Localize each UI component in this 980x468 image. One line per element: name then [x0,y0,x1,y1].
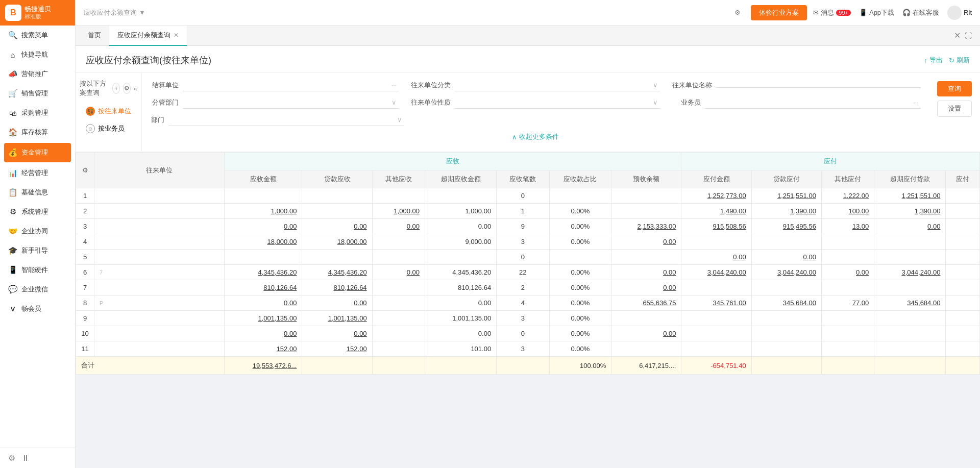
sidebar-item-operations[interactable]: 📊 经营管理 [0,163,75,183]
tab-close-icon[interactable]: ✕ [174,32,179,39]
total-recv-count [497,357,549,375]
export-button[interactable]: ↑ 导出 [924,56,943,65]
sidebar-item-marketing[interactable]: 📣 营销推广 [0,64,75,84]
filter-item-partner-name: 往来单位名称 [672,81,921,90]
sidebar-item-wechat[interactable]: 💬 企业微信 [0,280,75,299]
page-inner: 应收应付余额查询(按往来单位) ↑ 导出 ↻ 刷新 按 [76,46,980,375]
sidebar-item-inventory[interactable]: 🏠 库存核算 [0,122,75,142]
member-icon: V [8,305,17,313]
collapse-more-button[interactable]: ∧ 收起更多条件 [150,128,921,145]
message-icon: ✉ [813,9,819,16]
chevron-up-icon: ∧ [512,133,517,141]
table-settings-icon[interactable]: ⚙ [82,166,88,174]
sidebar-item-quick[interactable]: ⌂ 快捷导航 [0,45,75,64]
col-recv-count: 应收笔数 [497,170,549,188]
filter-item-dept: 分管部门 ∨ [150,96,399,109]
table-row: 10 0.00 0.00 0.00 0 0.00% 0.00 [76,326,980,341]
inventory-icon: 🏠 [8,128,17,137]
sidebar-item-search[interactable]: 🔍 搜索菜单 [0,26,75,45]
tab-window-close-icon[interactable]: ✕ [954,31,961,40]
collapse-bottom-icon[interactable]: ⏸ [21,454,30,463]
sidebar-bottom: ⚙ ⏸ [0,448,75,468]
department-select[interactable]: ∨ [168,114,404,126]
online-service-button[interactable]: 🎧 在线客服 [902,8,939,17]
sidebar-item-basic[interactable]: 📋 基础信息 [0,183,75,202]
export-icon: ↑ [924,57,928,64]
sidebar-item-capital[interactable]: 💰 资金管理 [4,143,71,162]
partner-name-input[interactable] [716,83,921,88]
sidebar-item-guide[interactable]: 🎓 新手引导 [0,241,75,260]
tab-home[interactable]: 首页 [80,26,109,46]
row-partner [94,204,225,219]
dropdown-icon[interactable]: ▼ [139,9,145,16]
guide-icon: 🎓 [8,246,17,255]
partner-nature-select[interactable]: ∨ [455,96,659,109]
table-row: 9 1,001,135.00 1,001,135.00 1,001,135.00… [76,311,980,326]
table-row: 5 0 0.00 0.00 [76,250,980,265]
table-row: 4 18,000.00 18,000.00 9,000.00 3 0.00% 0… [76,234,980,250]
col-recv-amt: 应收金额 [224,170,302,188]
sidebar-item-smart[interactable]: 📱 智能硬件 [0,260,75,280]
sidebar-item-purchase[interactable]: 🛍 采购管理 [0,103,75,122]
partner-category-select[interactable]: ∨ [455,79,659,91]
total-recv-other [372,357,425,375]
settings-bottom-icon[interactable]: ⚙ [8,453,15,463]
col-recv-other: 其他应收 [372,170,425,188]
filter-item-salesman: 业务员 ··· [672,96,921,109]
filter-setting-button[interactable]: 设置 [937,101,972,117]
collab-icon: 🤝 [8,227,17,236]
partner-name-label: 往来单位名称 [672,81,712,90]
nav-item-by-salesman[interactable]: ⊙ 按业务员 [80,120,137,137]
refresh-button[interactable]: ↻ 刷新 [949,56,970,65]
dept-select[interactable]: ∨ [183,96,399,109]
query-buttons: 查询 设置 [929,73,980,152]
row-partner [94,326,225,341]
sidebar-item-system[interactable]: ⚙ 系统管理 [0,202,75,221]
row-num: 11 [76,341,94,357]
tab-expand-icon[interactable]: ⛶ [965,32,972,40]
filter-item-department: 部门 ∨ [150,114,404,126]
table-row: 11 152.00 152.00 101.00 3 0.00% [76,341,980,357]
col-recv-ratio: 应收款占比 [549,170,611,188]
logo-text: 畅捷通贝 标准版 [24,5,51,21]
row-partner [94,234,225,250]
filter-config-button[interactable]: ⚙ [123,83,131,94]
filter-item-partner-nature: 往来单位性质 ∨ [411,96,659,109]
sidebar: B 畅捷通贝 标准版 🔍 搜索菜单 ⌂ 快捷导航 📣 营销推广 🛒 销售管理 🛍… [0,0,76,468]
settings-button[interactable]: ⚙ [730,6,745,20]
sidebar-item-collab[interactable]: 🤝 企业协同 [0,221,75,241]
jiesuan-input[interactable]: ··· [183,79,399,91]
message-button[interactable]: ✉ 消息 99+ [813,8,851,17]
total-row: 合计 19,553,472,6... 100.00% 6,417,215....… [76,357,980,375]
dept-label: 分管部门 [150,98,179,107]
table-row: 1 0 1,252,773.00 1,251,551.00 1,222.00 1… [76,188,980,204]
salesman-input[interactable]: ··· [705,96,921,109]
home-icon: ⌂ [8,51,17,59]
filter-label: 按以下方案查询 [80,79,109,97]
nav-item-by-partner[interactable]: 💱 按往来单位 [80,103,137,120]
total-recv-amt[interactable]: 19,553,472,6... [224,357,302,375]
row-num: 8 [76,295,94,311]
query-button[interactable]: 查询 [937,81,972,96]
user-profile[interactable]: Rit [947,6,972,20]
partner-nature-label: 往来单位性质 [411,98,451,107]
col-recv-prepay: 预收余额 [611,170,681,188]
app-download-button[interactable]: 📱 App下载 [859,8,894,17]
promo-button[interactable]: 体验行业方案 [751,5,807,20]
main-area: 应收应付余额查询 ▼ ⚙ 体验行业方案 ✉ 消息 99+ 📱 App下载 🎧 在… [76,0,980,468]
col-pay-amt: 应付金额 [681,170,751,188]
sidebar-item-sales[interactable]: 🛒 销售管理 [0,84,75,103]
tab-query[interactable]: 应收应付余额查询 ✕ [109,26,187,46]
filter-row-2: 分管部门 ∨ 往来单位性质 ∨ 业务员 [150,96,921,109]
capital-icon: 💰 [8,148,17,157]
filter-add-button[interactable]: + [112,83,120,94]
table-row: 7 810,126.64 810,126.64 810,126.64 2 0.0… [76,280,980,295]
row-partner [94,219,225,234]
basic-icon: 📋 [8,188,17,197]
row-num: 7 [76,280,94,295]
data-table-container: ⚙ 往来单位 应收 应付 应收金额 贷款应收 其他应收 超期应收金额 应收笔数 [76,152,980,375]
row-num: 9 [76,311,94,326]
col-pay-other: 其他应付 [821,170,874,188]
filter-collapse-left-icon[interactable]: « [134,85,137,92]
sidebar-item-member[interactable]: V 畅会员 [0,299,75,318]
